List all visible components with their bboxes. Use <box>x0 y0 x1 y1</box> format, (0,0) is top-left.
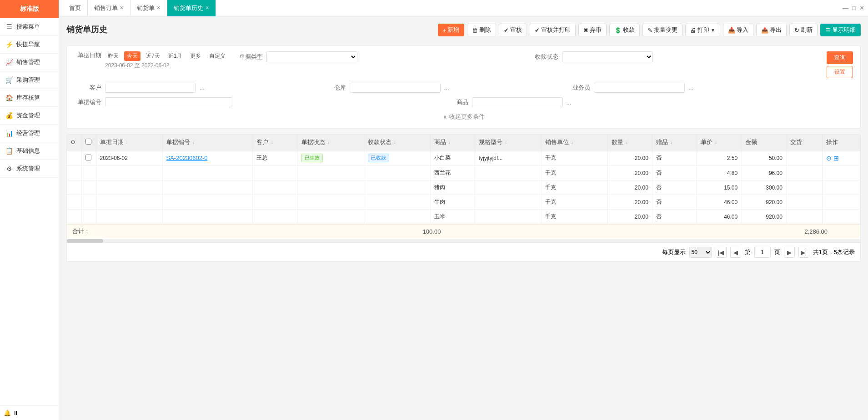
date-tab-yesterday[interactable]: 昨天 <box>105 51 121 61</box>
next-page-btn[interactable]: ▶ <box>784 247 795 258</box>
customer-col-header[interactable]: 客户 ↕ <box>253 135 297 150</box>
warehouse-input[interactable] <box>350 83 441 93</box>
minimize-btn[interactable]: — <box>843 5 848 11</box>
goods-col-header[interactable]: 商品 ↕ <box>430 135 475 150</box>
doc-no-input[interactable] <box>105 97 232 107</box>
sidebar-item-sales-mgmt[interactable]: 📈 销售管理 <box>0 54 59 71</box>
unit-col-header[interactable]: 销售单位 ↕ <box>541 135 607 150</box>
date-tab-today[interactable]: 今天 <box>124 51 140 61</box>
row-customer: 王总 <box>253 150 297 166</box>
date-tab-custom[interactable]: 自定义 <box>206 51 228 61</box>
row-action[interactable] <box>823 210 860 224</box>
row-checkbox[interactable] <box>81 166 96 180</box>
sidebar-item-search-menu[interactable]: ☰ 搜索菜单 <box>0 18 59 36</box>
sidebar-item-inventory[interactable]: 🏠 库存核算 <box>0 89 59 107</box>
row-amount: 96.00 <box>742 166 787 180</box>
notification-icon[interactable]: 🔔 <box>4 410 11 416</box>
tab-sales-history[interactable]: 销货单历史 ✕ <box>167 0 216 16</box>
import-button[interactable]: 📥 导入 <box>723 24 753 36</box>
pause-icon[interactable]: ⏸ <box>13 410 19 416</box>
add-button[interactable]: + 新增 <box>438 24 465 36</box>
tab-sales-order[interactable]: 销售订单 ✕ <box>88 0 130 16</box>
footer-total-amount: 2,286.00 <box>764 228 855 235</box>
sidebar-item-ops-mgmt[interactable]: 📊 经营管理 <box>0 125 59 142</box>
row-date <box>96 180 162 195</box>
per-page-select[interactable]: 50 100 <box>689 247 712 258</box>
agent-ellipsis[interactable]: ... <box>688 85 693 91</box>
tab-home[interactable]: 首页 <box>63 0 88 16</box>
row-action[interactable] <box>823 180 860 195</box>
export-button[interactable]: 📤 导出 <box>756 24 787 36</box>
settings-col-header[interactable]: ⚙ <box>67 135 81 150</box>
row-docno[interactable] <box>162 180 253 195</box>
add-icon: + <box>443 27 447 34</box>
date-tab-1month[interactable]: 近1月 <box>166 51 185 61</box>
last-page-btn[interactable]: ▶| <box>798 247 809 258</box>
close-btn[interactable]: ✕ <box>859 5 864 11</box>
docstatus-col-header[interactable]: 单据状态 ↕ <box>297 135 364 150</box>
tab-sales-goods[interactable]: 销货单 ✕ <box>130 0 167 16</box>
delete-button[interactable]: 🗑 删除 <box>467 24 496 36</box>
batch-change-button[interactable]: ✎ 批量变更 <box>642 24 682 36</box>
checkbox-col-header[interactable] <box>81 135 96 150</box>
discard-button[interactable]: ✖ 弃审 <box>578 24 607 36</box>
refresh-button[interactable]: ↻ 刷新 <box>789 24 818 36</box>
sidebar-item-quick-nav[interactable]: ⚡ 快捷导航 <box>0 36 59 54</box>
row-checkbox[interactable] <box>81 180 96 195</box>
row-gift: 否 <box>652 166 697 180</box>
amount-col-header[interactable]: 金额 <box>742 135 787 150</box>
date-tab-7days[interactable]: 近7天 <box>143 51 163 61</box>
audit-print-button[interactable]: ✔ 审核并打印 <box>530 24 576 36</box>
collapse-button[interactable]: ∧ 收起更多条件 <box>74 111 853 123</box>
row-checkbox[interactable] <box>81 195 96 210</box>
warehouse-ellipsis[interactable]: ... <box>444 85 449 91</box>
spec-col-header[interactable]: 规格型号 ↕ <box>475 135 541 150</box>
customer-input[interactable] <box>105 83 196 93</box>
price-col-header[interactable]: 单价 ↕ <box>697 135 742 150</box>
row-action[interactable] <box>823 166 860 180</box>
gift-col-header[interactable]: 赠品 ↕ <box>652 135 697 150</box>
discard-icon: ✖ <box>583 27 588 34</box>
collectstatus-col-header[interactable]: 收款状态 ↕ <box>364 135 430 150</box>
agent-input[interactable] <box>594 83 685 93</box>
tab-sales-history-close[interactable]: ✕ <box>205 5 209 11</box>
audit-button[interactable]: ✔ 审核 <box>499 24 527 36</box>
goods-input[interactable] <box>472 97 563 107</box>
date-tab-more[interactable]: 更多 <box>187 51 204 61</box>
query-button[interactable]: 查询 <box>827 51 853 64</box>
row-docno[interactable] <box>162 166 253 180</box>
show-detail-button[interactable]: ☰ 显示明细 <box>820 24 861 36</box>
row-collectstatus <box>364 180 430 195</box>
date-col-header[interactable]: 单据日期 ↕ <box>96 135 162 150</box>
goods-ellipsis[interactable]: ... <box>567 99 572 106</box>
row-docno[interactable]: SA-20230602-0 <box>162 150 253 166</box>
docno-col-header[interactable]: 单据编号 ↕ <box>162 135 253 150</box>
sidebar-item-sys-mgmt[interactable]: ⚙ 系统管理 <box>0 160 59 178</box>
sidebar-item-basic-info[interactable]: 📋 基础信息 <box>0 142 59 160</box>
horizontal-scrollbar[interactable] <box>67 239 860 243</box>
row-action[interactable]: ⊙⊞ <box>823 150 860 166</box>
select-all-checkbox[interactable] <box>85 139 91 145</box>
collect-button[interactable]: 💲 收款 <box>609 24 640 36</box>
customer-ellipsis[interactable]: ... <box>200 85 205 91</box>
tab-sales-goods-close[interactable]: ✕ <box>156 5 161 11</box>
row-docno[interactable] <box>162 210 253 224</box>
row-checkbox[interactable] <box>81 210 96 224</box>
sidebar-item-fund-mgmt[interactable]: 💰 资金管理 <box>0 107 59 125</box>
scrollbar-thumb[interactable] <box>67 239 103 243</box>
tab-home-label: 首页 <box>69 4 81 12</box>
maximize-btn[interactable]: □ <box>852 5 856 11</box>
row-action[interactable] <box>823 195 860 210</box>
qty-col-header[interactable]: 数量 ↕ <box>607 135 652 150</box>
sidebar-item-purchase-mgmt[interactable]: 🛒 采购管理 <box>0 71 59 89</box>
collect-status-select[interactable] <box>562 51 653 62</box>
first-page-btn[interactable]: |◀ <box>716 247 727 258</box>
set-button[interactable]: 设置 <box>827 66 853 78</box>
tab-sales-order-close[interactable]: ✕ <box>120 5 124 11</box>
doc-type-select[interactable] <box>266 51 357 62</box>
print-button[interactable]: 🖨 打印 ▼ <box>685 24 720 36</box>
row-checkbox[interactable] <box>81 150 96 166</box>
row-docno[interactable] <box>162 195 253 210</box>
prev-page-btn[interactable]: ◀ <box>730 247 741 258</box>
page-number-input[interactable] <box>754 247 771 258</box>
